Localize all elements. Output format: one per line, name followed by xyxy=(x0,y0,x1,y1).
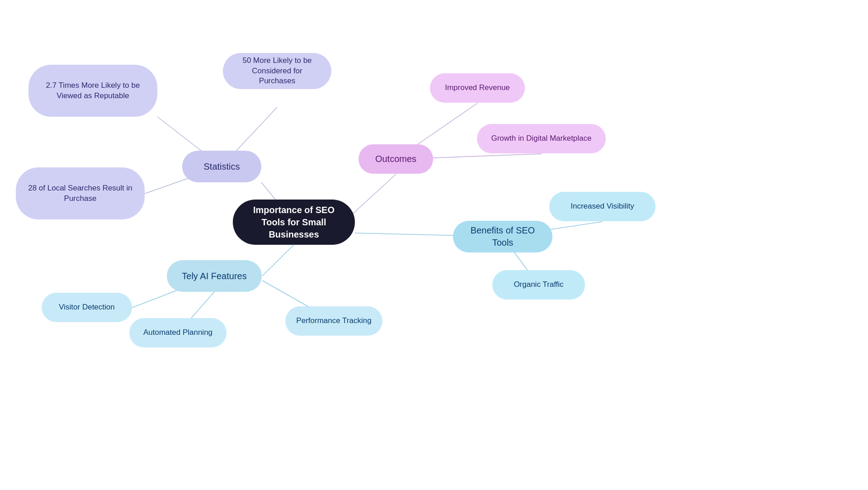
automated-planning-label: Automated Planning xyxy=(143,328,212,338)
stat-reputable-label: 2.7 Times More Likely to be Viewed as Re… xyxy=(39,81,146,101)
center-label: Importance of SEO Tools for Small Busine… xyxy=(244,204,344,241)
statistics-node: Statistics xyxy=(182,151,261,182)
growth-digital-node: Growth in Digital Marketplace xyxy=(477,124,606,153)
benefits-node: Benefits of SEO Tools xyxy=(453,221,552,252)
statistics-label: Statistics xyxy=(203,161,240,173)
svg-line-10 xyxy=(262,245,294,276)
outcomes-node: Outcomes xyxy=(359,144,433,174)
outcomes-label: Outcomes xyxy=(375,153,416,165)
stat-local-node: 28 of Local Searches Result in Purchase xyxy=(16,167,145,219)
organic-traffic-node: Organic Traffic xyxy=(492,270,585,300)
improved-revenue-label: Improved Revenue xyxy=(445,83,510,93)
visitor-detection-node: Visitor Detection xyxy=(42,293,132,322)
center-node: Importance of SEO Tools for Small Busine… xyxy=(233,200,355,245)
increased-visibility-label: Increased Visibility xyxy=(571,201,634,212)
performance-tracking-node: Performance Tracking xyxy=(285,306,382,336)
tely-features-node: Tely AI Features xyxy=(167,260,262,292)
benefits-label: Benefits of SEO Tools xyxy=(464,224,542,249)
visitor-detection-label: Visitor Detection xyxy=(59,302,114,313)
stat-local-label: 28 of Local Searches Result in Purchase xyxy=(27,183,134,204)
stat-purchases-node: 50 More Likely to be Considered for Purc… xyxy=(223,53,331,89)
improved-revenue-node: Improved Revenue xyxy=(430,73,525,103)
tely-features-label: Tely AI Features xyxy=(182,270,246,282)
stat-purchases-label: 50 More Likely to be Considered for Purc… xyxy=(234,56,321,87)
growth-digital-label: Growth in Digital Marketplace xyxy=(491,133,591,144)
stat-reputable-node: 2.7 Times More Likely to be Viewed as Re… xyxy=(28,65,157,117)
automated-planning-node: Automated Planning xyxy=(129,318,226,347)
organic-traffic-label: Organic Traffic xyxy=(514,280,563,290)
increased-visibility-node: Increased Visibility xyxy=(549,192,656,221)
performance-tracking-label: Performance Tracking xyxy=(296,316,371,326)
